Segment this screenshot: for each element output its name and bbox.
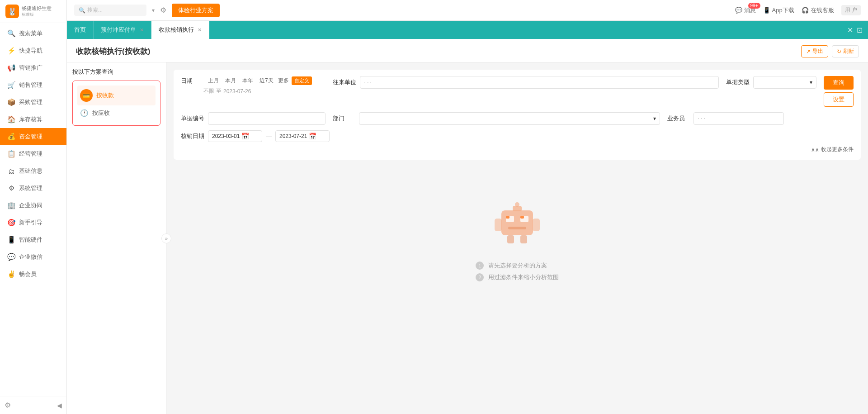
tab-receivable[interactable]: 收款核销执行 ✕: [151, 21, 209, 39]
query-item-by-receipt[interactable]: 💳 按收款: [77, 86, 156, 105]
message-button[interactable]: 💬 消息 99+: [735, 6, 756, 14]
sidebar-item-inventory[interactable]: 🏠 库存核算: [0, 111, 66, 128]
tab-receivable-close-icon[interactable]: ✕: [198, 21, 202, 39]
sidebar-item-marketing[interactable]: 📢 营销推广: [0, 59, 66, 76]
calendar-start-icon[interactable]: 📅: [241, 133, 249, 140]
app-name: 畅捷通好生意: [22, 5, 52, 11]
date-btn-this-year[interactable]: 本年: [241, 76, 255, 86]
left-panel: 按以下方案查询 💳 按收款 🕐 按应收 »: [67, 62, 166, 414]
sidebar-item-label: 基础信息: [19, 167, 42, 175]
calendar-end-icon[interactable]: 📅: [309, 133, 316, 140]
write-off-end-value: 2023-07-21: [279, 133, 307, 139]
finance-icon: 💰: [7, 133, 15, 141]
sidebar-item-search[interactable]: 🔍 搜索菜单: [0, 25, 66, 42]
collapse-sidebar-icon[interactable]: ◀: [57, 402, 62, 409]
dept-select[interactable]: ▾: [359, 112, 660, 125]
empty-text: 1 请先选择要分析的方案 2 用过滤条件来缩小分析范围: [476, 260, 559, 283]
svg-rect-0: [501, 210, 533, 235]
sidebar-item-enterprise[interactable]: 🏢 企业协同: [0, 197, 66, 214]
query-item-receivable-label: 按应收: [92, 109, 110, 117]
search-icon-topbar: 🔍: [79, 7, 85, 14]
date-btn-this-month[interactable]: 本月: [223, 76, 238, 86]
query-box: 💳 按收款 🕐 按应收: [72, 81, 160, 126]
close-window-icon[interactable]: ✕: [847, 26, 853, 34]
setting-button[interactable]: 设置: [824, 92, 854, 107]
sidebar-item-guide[interactable]: 🎯 新手引导: [0, 214, 66, 231]
app-download-button[interactable]: 📱 App下载: [763, 6, 794, 14]
counterpart-input[interactable]: ···: [360, 76, 719, 89]
tab-receivable-label: 收款核销执行: [159, 21, 194, 39]
refresh-button[interactable]: ↻ 刷新: [832, 45, 859, 57]
sidebar-item-wechat[interactable]: 💬 企业微信: [0, 248, 66, 266]
hardware-icon: 📱: [7, 236, 15, 244]
window-controls: ✕ ⊡: [842, 26, 868, 34]
sidebar-item-label: 系统管理: [19, 184, 42, 192]
sidebar-item-finance[interactable]: 💰 资金管理: [0, 128, 66, 145]
write-off-date-end[interactable]: 2023-07-21 📅: [275, 130, 330, 142]
sidebar-item-vip[interactable]: ✌ 畅会员: [0, 266, 66, 283]
doc-type-select[interactable]: ▾: [753, 76, 816, 89]
sidebar-item-purchase[interactable]: 📦 采购管理: [0, 94, 66, 111]
sidebar-item-label: 新手引导: [19, 219, 42, 227]
date-shortcuts: 上月 本月 本年 近7天 更多 自定义: [206, 76, 312, 86]
sidebar-item-label: 资金管理: [19, 133, 42, 141]
sidebar-item-quick[interactable]: ⚡ 快捷导航: [0, 42, 66, 59]
collapse-more-button[interactable]: ∧∧ 收起更多条件: [811, 146, 854, 153]
write-off-start-value: 2023-03-01: [212, 133, 240, 139]
receipt-icon: 💳: [80, 89, 93, 102]
tab-prepay[interactable]: 预付冲应付单 ✕: [94, 21, 151, 39]
sidebar-bottom: ⚙ ◀: [0, 396, 66, 414]
sidebar-item-business[interactable]: 📋 经营管理: [0, 145, 66, 162]
online-service-button[interactable]: 🎧 在线客服: [802, 6, 834, 14]
dropdown-arrow-icon[interactable]: ▾: [152, 7, 155, 14]
inventory-icon: 🏠: [7, 115, 15, 124]
settings-icon[interactable]: ⚙: [5, 401, 11, 409]
sidebar-item-system[interactable]: ⚙ 系统管理: [0, 180, 66, 197]
query-button[interactable]: 查询: [824, 76, 854, 90]
collapse-panel-button[interactable]: »: [161, 233, 171, 243]
date-label: 日期: [181, 77, 203, 85]
search-placeholder: 搜索...: [87, 6, 103, 14]
main-content: 按以下方案查询 💳 按收款 🕐 按应收 »: [67, 62, 868, 414]
query-item-by-receivable[interactable]: 🕐 按应收: [77, 105, 156, 121]
date-btn-7days[interactable]: 近7天: [258, 76, 275, 86]
counterpart-label: 往来单位: [333, 78, 356, 86]
maximize-window-icon[interactable]: ⊡: [857, 26, 863, 34]
date-custom-badge[interactable]: 自定义: [292, 76, 312, 85]
date-btn-more[interactable]: 更多: [278, 77, 289, 85]
solution-button[interactable]: 体验行业方案: [172, 4, 220, 17]
sidebar-item-label: 搜索菜单: [19, 29, 42, 38]
empty-state-icon: [490, 192, 544, 255]
logo-icon: 🐰: [5, 5, 19, 18]
date-btn-last-month[interactable]: 上月: [206, 76, 221, 86]
purchase-icon: 📦: [7, 98, 15, 106]
export-button[interactable]: ↗ 导出: [801, 45, 828, 57]
left-panel-title: 按以下方案查询: [72, 68, 160, 76]
doc-no-input[interactable]: [208, 112, 326, 125]
sidebar-item-hardware[interactable]: 📱 智能硬件: [0, 231, 66, 248]
business-icon: 📋: [7, 150, 15, 158]
doc-type-label: 单据类型: [726, 78, 750, 86]
page-header: 收款核销执行(按收款) ↗ 导出 ↻ 刷新: [67, 39, 868, 62]
sidebar-item-sales[interactable]: 🛒 销售管理: [0, 76, 66, 94]
topbar-search[interactable]: 🔍 搜索...: [74, 5, 146, 16]
empty-hint2: 用过滤条件来缩小分析范围: [488, 274, 559, 281]
empty-hint1: 请先选择要分析的方案: [488, 262, 547, 269]
sidebar-item-basic[interactable]: 🗂 基础信息: [0, 162, 66, 180]
basic-icon: 🗂: [7, 167, 15, 175]
write-off-date-start[interactable]: 2023-03-01 📅: [208, 130, 262, 142]
sidebar-item-label: 畅会员: [19, 270, 37, 278]
tab-prepay-close-icon[interactable]: ✕: [140, 21, 144, 39]
enterprise-icon: 🏢: [7, 201, 15, 209]
service-label: 在线客服: [811, 6, 834, 14]
gear-icon[interactable]: ⚙: [160, 6, 166, 14]
svg-rect-3: [506, 216, 509, 219]
staff-label: 业务员: [667, 114, 690, 123]
staff-input[interactable]: ···: [693, 112, 784, 125]
quick-icon: ⚡: [7, 47, 15, 55]
app-label: App下载: [772, 6, 794, 14]
marketing-icon: 📢: [7, 64, 15, 72]
vip-icon: ✌: [7, 270, 15, 278]
tab-home[interactable]: 首页: [67, 21, 94, 39]
user-menu[interactable]: 用 户: [841, 5, 861, 15]
